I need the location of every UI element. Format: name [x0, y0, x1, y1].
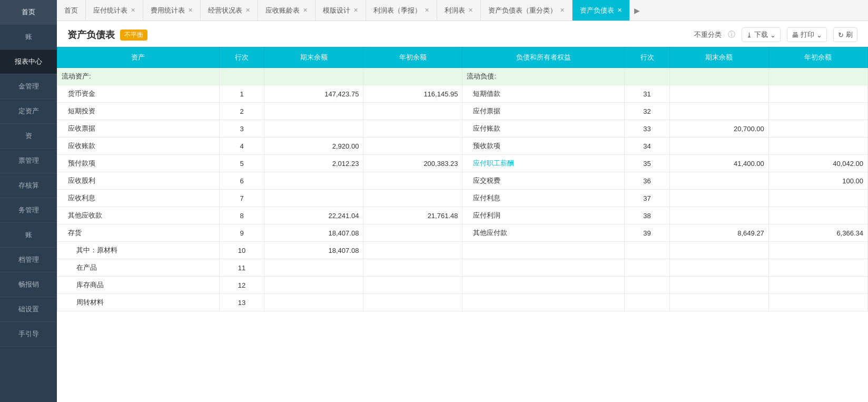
- table-row: 其他应收款 8 22,241.04 21,761.48 应付利润 38: [57, 207, 868, 224]
- table-header-row: 资产 行次 期末余额 年初余额 负债和所有者权益 行次 期末余额 年初余额: [57, 47, 868, 68]
- page-title-area: 资产负债表 不平衡: [67, 28, 147, 41]
- report-table: 资产 行次 期末余额 年初余额 负债和所有者权益 行次 期末余额 年初余额 流动…: [57, 47, 868, 311]
- table-row: 应收利息 7 应付利息 37: [57, 190, 868, 207]
- sidebar-item-expense[interactable]: 畅报销: [0, 272, 57, 297]
- page-header: 资产负债表 不平衡 不重分类 ⓘ ⤓ 下载 ⌄ 🖶 打印 ⌄ ↻ 刷: [57, 21, 868, 47]
- sidebar-item-archive[interactable]: 档管理: [0, 248, 57, 272]
- section-current-assets: 流动资产: 流动负债:: [57, 68, 868, 85]
- tab-income[interactable]: 利润表 ✕: [437, 0, 481, 21]
- tab-close-income[interactable]: ✕: [468, 7, 473, 14]
- category-label[interactable]: 不重分类: [694, 30, 722, 40]
- table-row: 库存商品 12: [57, 277, 868, 294]
- tab-income-quarterly[interactable]: 利润表（季报） ✕: [366, 0, 437, 21]
- table-row: 应收票据 3 应付账款 33 20,700.00: [57, 120, 868, 138]
- sidebar-item-home[interactable]: 首页: [0, 0, 57, 25]
- print-chevron-icon: ⌄: [816, 31, 822, 39]
- col-row-num-right: 行次: [625, 47, 669, 68]
- sidebar-item-account[interactable]: 账: [0, 223, 57, 248]
- tab-close-receivable-aging[interactable]: ✕: [303, 7, 308, 14]
- col-beg-balance-right: 年初余额: [768, 47, 867, 68]
- col-end-balance-right: 期末余额: [669, 47, 768, 68]
- tab-home[interactable]: 首页: [57, 0, 86, 21]
- col-asset: 资产: [57, 47, 220, 68]
- print-icon: 🖶: [792, 31, 798, 39]
- sidebar-item-investment[interactable]: 资: [0, 124, 57, 149]
- col-liability: 负债和所有者权益: [462, 47, 625, 68]
- refresh-button[interactable]: ↻ 刷: [833, 27, 857, 42]
- col-end-balance-left: 期末余额: [264, 47, 363, 68]
- table-row: 短期投资 2 应付票据 32: [57, 103, 868, 120]
- tab-close-income-quarterly[interactable]: ✕: [425, 7, 429, 14]
- section-left-label: 流动资产:: [57, 68, 220, 85]
- page-actions: 不重分类 ⓘ ⤓ 下载 ⌄ 🖶 打印 ⌄ ↻ 刷: [694, 27, 857, 42]
- table-row: 周转材料 13: [57, 294, 868, 311]
- download-chevron-icon: ⌄: [770, 31, 776, 39]
- unbalanced-badge: 不平衡: [120, 30, 147, 41]
- tab-close-balance[interactable]: ✕: [617, 7, 622, 14]
- tab-receivable-aging[interactable]: 应收账龄表 ✕: [258, 0, 315, 21]
- print-button[interactable]: 🖶 打印 ⌄: [787, 27, 827, 42]
- table-row: 预付款项 5 2,012.23 200,383.23 应付职工薪酬 35 41,…: [57, 155, 868, 172]
- tab-close-template-design[interactable]: ✕: [353, 7, 358, 14]
- tab-scroll-right[interactable]: ▶: [630, 6, 644, 15]
- col-row-num-left: 行次: [219, 47, 264, 68]
- table-row: 应收账款 4 2,920.00 预收款项 34: [57, 138, 868, 155]
- tab-close-balance-reclassified[interactable]: ✕: [560, 7, 565, 14]
- sidebar-item-ledger[interactable]: 账: [0, 25, 57, 50]
- tab-accounts-payable[interactable]: 应付统计表 ✕: [86, 0, 143, 21]
- table-row: 货币资金 1 147,423.75 116,145.95 短期借款 31: [57, 85, 868, 103]
- table-row: 存货 9 18,407.08 其他应付款 39 8,649.27 6,366.3…: [57, 224, 868, 242]
- sidebar-item-inventory[interactable]: 存核算: [0, 173, 57, 198]
- tab-bar: 首页 应付统计表 ✕ 费用统计表 ✕ 经营状况表 ✕ 应收账龄表 ✕ 模版设计 …: [57, 0, 868, 21]
- tab-balance[interactable]: 资产负债表 ✕: [573, 0, 630, 21]
- tab-close-expense[interactable]: ✕: [188, 7, 193, 14]
- table-row: 其中：原材料 10 18,407.08: [57, 242, 868, 259]
- main-area: 首页 应付统计表 ✕ 费用统计表 ✕ 经营状况表 ✕ 应收账龄表 ✕ 模版设计 …: [57, 0, 868, 402]
- table-row: 在产品 11: [57, 259, 868, 277]
- download-icon: ⤓: [746, 31, 752, 39]
- tab-expense[interactable]: 费用统计表 ✕: [143, 0, 201, 21]
- sidebar-item-guide[interactable]: 手引导: [0, 322, 57, 347]
- tab-close-accounts-payable[interactable]: ✕: [131, 7, 135, 14]
- col-beg-balance-left: 年初余额: [363, 47, 462, 68]
- tab-template-design[interactable]: 模版设计 ✕: [315, 0, 366, 21]
- tab-balance-reclassified[interactable]: 资产负债表（重分类） ✕: [481, 0, 573, 21]
- sidebar-item-fixed-assets[interactable]: 定资产: [0, 99, 57, 124]
- sidebar-item-settings[interactable]: 础设置: [0, 297, 57, 322]
- sidebar-item-reports[interactable]: 报表中心: [0, 50, 57, 74]
- section-right-label: 流动负债:: [462, 68, 625, 85]
- sidebar-item-finance[interactable]: 务管理: [0, 198, 57, 223]
- download-button[interactable]: ⤓ 下载 ⌄: [742, 27, 781, 42]
- page-title: 资产负债表: [67, 28, 115, 41]
- refresh-icon: ↻: [838, 31, 844, 39]
- sidebar-item-invoice[interactable]: 票管理: [0, 149, 57, 173]
- sidebar: 首页 账 报表中心 金管理 定资产 资 票管理 存核算 务管理 账 档管理 畅报…: [0, 0, 57, 402]
- tab-operations[interactable]: 经营状况表 ✕: [201, 0, 258, 21]
- sidebar-item-cash[interactable]: 金管理: [0, 74, 57, 99]
- tab-close-operations[interactable]: ✕: [245, 7, 250, 14]
- table-row: 应收股利 6 应交税费 36 100.00: [57, 172, 868, 190]
- content-area: 资产负债表 不平衡 不重分类 ⓘ ⤓ 下载 ⌄ 🖶 打印 ⌄ ↻ 刷: [57, 21, 868, 402]
- help-icon[interactable]: ⓘ: [728, 30, 735, 40]
